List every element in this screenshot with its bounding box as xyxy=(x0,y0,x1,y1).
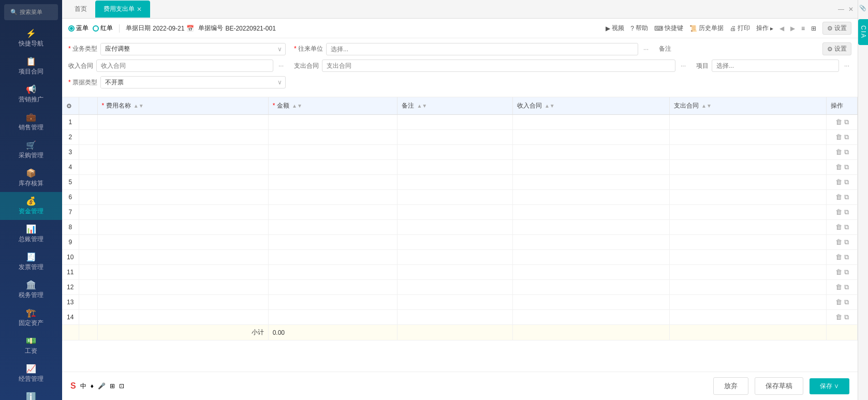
row-remark[interactable] xyxy=(398,145,512,160)
sidebar-item-fixed-assets[interactable]: 🏗️ 固定资产 xyxy=(0,304,62,332)
row-expense-contract[interactable] xyxy=(669,250,826,265)
sidebar-item-operations[interactable]: 📈 经营管理 xyxy=(0,360,62,388)
row-expense-name[interactable] xyxy=(97,190,268,205)
calendar-icon[interactable]: 📅 xyxy=(186,25,194,32)
row-expense-contract[interactable] xyxy=(669,310,826,325)
footer-grid2-icon[interactable]: ⊡ xyxy=(119,382,124,390)
row-amount[interactable] xyxy=(268,280,397,295)
copy-row-icon[interactable]: ⧉ xyxy=(844,193,849,201)
copy-row-icon[interactable]: ⧉ xyxy=(844,148,849,156)
row-remark[interactable] xyxy=(398,130,512,145)
row-amount[interactable] xyxy=(268,265,397,280)
row-income-contract[interactable] xyxy=(512,205,669,220)
video-action[interactable]: ▶ 视频 xyxy=(606,24,624,33)
delete-row-icon[interactable]: 🗑 xyxy=(835,223,842,231)
row-expense-name[interactable] xyxy=(97,175,268,190)
row-amount[interactable] xyxy=(268,160,397,175)
delete-row-icon[interactable]: 🗑 xyxy=(835,163,842,171)
radio-red[interactable]: 红单 xyxy=(93,24,113,33)
row-expense-name[interactable] xyxy=(97,130,268,145)
row-amount[interactable] xyxy=(268,145,397,160)
sidebar-item-quick-nav[interactable]: ⚡ 快捷导航 xyxy=(0,24,62,52)
delete-row-icon[interactable]: 🗑 xyxy=(835,313,842,321)
row-remark[interactable] xyxy=(398,175,512,190)
copy-row-icon[interactable]: ⧉ xyxy=(844,208,849,216)
row-income-contract[interactable] xyxy=(512,220,669,235)
row-amount[interactable] xyxy=(268,205,397,220)
copy-row-icon[interactable]: ⧉ xyxy=(844,313,849,321)
row-income-contract[interactable] xyxy=(512,160,669,175)
invoice-type-dropdown-icon[interactable]: ∨ xyxy=(274,77,285,88)
delete-row-icon[interactable]: 🗑 xyxy=(835,133,842,141)
expense-contract-more-icon[interactable]: ··· xyxy=(679,62,688,69)
row-amount[interactable] xyxy=(268,310,397,325)
row-income-contract[interactable] xyxy=(512,265,669,280)
row-expense-contract[interactable] xyxy=(669,145,826,160)
copy-row-icon[interactable]: ⧉ xyxy=(844,268,849,276)
cia-button[interactable]: CIA xyxy=(858,19,869,45)
row-expense-contract[interactable] xyxy=(669,190,826,205)
row-amount[interactable] xyxy=(268,295,397,310)
row-amount[interactable] xyxy=(268,190,397,205)
sidebar-item-sales[interactable]: 💼 销售管理 xyxy=(0,108,62,136)
row-income-contract[interactable] xyxy=(512,130,669,145)
delete-row-icon[interactable]: 🗑 xyxy=(835,193,842,201)
row-expense-name[interactable] xyxy=(97,220,268,235)
tab-expense[interactable]: 费用支出单 ✕ xyxy=(95,1,150,18)
row-expense-contract[interactable] xyxy=(669,130,826,145)
radio-blue[interactable]: 蓝单 xyxy=(68,24,89,33)
sidebar-item-payroll[interactable]: 💵 工资 xyxy=(0,332,62,360)
business-type-input[interactable]: ∨ xyxy=(100,43,286,55)
row-amount[interactable] xyxy=(268,220,397,235)
attachment-tab[interactable]: 📎 xyxy=(860,4,866,11)
row-expense-contract[interactable] xyxy=(669,235,826,250)
business-type-dropdown-icon[interactable]: ∨ xyxy=(274,43,285,55)
row-remark[interactable] xyxy=(398,265,512,280)
row-income-contract[interactable] xyxy=(512,235,669,250)
invoice-type-value[interactable] xyxy=(101,77,274,88)
copy-row-icon[interactable]: ⧉ xyxy=(844,253,849,261)
nav-prev-icon[interactable]: ◀ xyxy=(779,25,784,32)
copy-row-icon[interactable]: ⧉ xyxy=(844,163,849,171)
invoice-type-input[interactable]: ∨ xyxy=(100,76,286,88)
project-input[interactable] xyxy=(712,60,839,72)
discard-button[interactable]: 放弃 xyxy=(713,377,748,395)
copy-row-icon[interactable]: ⧉ xyxy=(844,283,849,291)
row-remark[interactable] xyxy=(398,280,512,295)
row-expense-name[interactable] xyxy=(97,250,268,265)
income-contract-input[interactable] xyxy=(96,60,273,72)
copy-row-icon[interactable]: ⧉ xyxy=(844,178,849,186)
tab-home[interactable]: 首页 xyxy=(66,1,95,18)
row-expense-name[interactable] xyxy=(97,295,268,310)
history-action[interactable]: 📜 历史单据 xyxy=(689,24,724,33)
income-contract-more-icon[interactable]: ··· xyxy=(276,62,286,69)
row-expense-contract[interactable] xyxy=(669,175,826,190)
row-remark[interactable] xyxy=(398,235,512,250)
delete-row-icon[interactable]: 🗑 xyxy=(835,253,842,261)
sidebar-item-invoice[interactable]: 🧾 发票管理 xyxy=(0,248,62,276)
delete-row-icon[interactable]: 🗑 xyxy=(835,268,842,276)
th-settings[interactable]: ⚙ xyxy=(62,97,79,115)
row-expense-contract[interactable] xyxy=(669,280,826,295)
copy-row-icon[interactable]: ⧉ xyxy=(844,223,849,231)
view-list-icon[interactable]: ≡ xyxy=(801,25,805,32)
sidebar-item-marketing[interactable]: 📢 营销推广 xyxy=(0,80,62,108)
row-income-contract[interactable] xyxy=(512,295,669,310)
row-remark[interactable] xyxy=(398,220,512,235)
delete-row-icon[interactable]: 🗑 xyxy=(835,238,842,246)
th-income-contract[interactable]: 收入合同 ▲▼ xyxy=(512,97,669,115)
expense-contract-input[interactable] xyxy=(322,60,675,72)
row-expense-name[interactable] xyxy=(97,205,268,220)
th-expense-name[interactable]: * 费用名称 ▲▼ xyxy=(97,97,268,115)
row-remark[interactable] xyxy=(398,250,512,265)
view-grid-icon[interactable]: ⊞ xyxy=(811,25,816,32)
row-expense-contract[interactable] xyxy=(669,220,826,235)
partner-more-icon[interactable]: ··· xyxy=(641,46,651,53)
row-expense-contract[interactable] xyxy=(669,295,826,310)
sort-remark-icon[interactable]: ▲▼ xyxy=(417,103,427,109)
footer-grid1-icon[interactable]: ⊞ xyxy=(110,382,115,390)
delete-row-icon[interactable]: 🗑 xyxy=(835,148,842,156)
row-income-contract[interactable] xyxy=(512,190,669,205)
row-expense-name[interactable] xyxy=(97,310,268,325)
row-remark[interactable] xyxy=(398,205,512,220)
